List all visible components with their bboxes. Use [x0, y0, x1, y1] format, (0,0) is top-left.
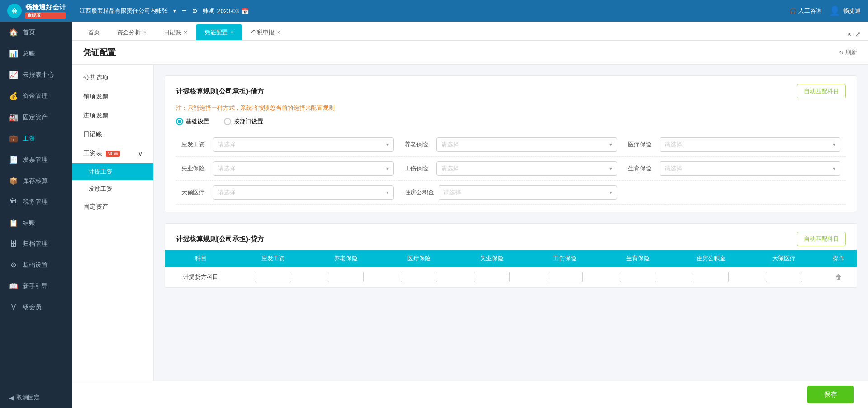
pension-select[interactable]: 请选择 ▾ — [436, 137, 617, 152]
sidebar-label-inventory: 库存核算 — [23, 177, 48, 185]
col-injury: 工伤保险 — [528, 250, 601, 267]
support-label: 人工咨询 — [798, 7, 822, 15]
fields-grid: 应发工资 请选择 ▾ 养老保险 请选择 — [176, 133, 846, 205]
tab-voucher-config[interactable]: 凭证配置 × — [196, 24, 242, 40]
support-button[interactable]: 🎧 人工咨询 — [789, 7, 822, 15]
tab-fund-close[interactable]: × — [143, 29, 146, 36]
col-unemployment: 失业保险 — [455, 250, 528, 267]
leftnav-salary-table[interactable]: 工资表 NEW ∨ — [72, 144, 153, 163]
credit-section-header: 计提核算规则(公司承担)-贷方 自动匹配科目 — [165, 224, 857, 250]
major-medical-select[interactable]: 请选择 ▾ — [213, 185, 394, 200]
injury-arrow-icon: ▾ — [609, 165, 612, 172]
top-bar-middle: 江西服宝精品有限责任公司内账张 ▾ + ⚙ 账期 2023-03 📅 — [80, 6, 789, 16]
app-logo: 会 畅捷通好会计 旗舰版 — [7, 3, 80, 19]
row-maternity-input[interactable] — [620, 272, 656, 282]
row-injury-input[interactable] — [547, 272, 583, 282]
user-info[interactable]: 👤 畅捷通 — [829, 5, 861, 16]
col-subject: 科目 — [165, 250, 236, 267]
sidebar-label-invoice: 发票管理 — [23, 156, 48, 164]
radio-dept-label: 按部门设置 — [234, 117, 263, 126]
leftnav-purchase-invoice[interactable]: 进项发票 — [72, 106, 153, 125]
tab-journal-close[interactable]: × — [184, 29, 187, 36]
sidebar-label-tax: 税务管理 — [23, 198, 48, 206]
tab-fund-analysis[interactable]: 资金分析 × — [108, 24, 155, 40]
sidebar-item-invoice[interactable]: 🧾 发票管理 — [0, 149, 72, 170]
credit-auto-match-button[interactable]: 自动匹配科目 — [797, 232, 846, 246]
col-medical: 医疗保险 — [382, 250, 455, 267]
row-unemployment-input[interactable] — [474, 272, 510, 282]
debit-section: 计提核算规则(公司承担)-借方 自动匹配科目 注：只能选择一种方式，系统将按照您… — [165, 75, 857, 212]
radio-department[interactable]: 按部门设置 — [224, 117, 263, 126]
sidebar-label-assets: 固定资产 — [23, 113, 48, 122]
unemployment-select[interactable]: 请选择 ▾ — [213, 161, 394, 176]
leftnav-journal[interactable]: 日记账 — [72, 125, 153, 144]
top-bar-actions: 🎧 人工咨询 👤 畅捷通 — [789, 5, 861, 16]
housing-fund-select[interactable]: 请选择 ▾ — [439, 185, 617, 200]
sidebar-item-fund[interactable]: 💰 资金管理 — [0, 85, 72, 107]
sidebar-item-tax[interactable]: 🏛 税务管理 — [0, 192, 72, 212]
cancel-pin-label: 取消固定 — [16, 394, 40, 402]
calendar-icon[interactable]: 📅 — [241, 8, 249, 14]
major-medical-arrow-icon: ▾ — [386, 189, 389, 196]
injury-select[interactable]: 请选择 ▾ — [436, 161, 617, 176]
sidebar-item-inventory[interactable]: 📦 库存核算 — [0, 170, 72, 192]
expand-window-icon[interactable]: ⤢ — [855, 30, 861, 38]
row-injury-input-cell — [528, 267, 601, 287]
add-icon[interactable]: + — [182, 6, 187, 16]
row-salary-input[interactable] — [255, 272, 291, 282]
sidebar-item-settings[interactable]: ⚙ 基础设置 — [0, 254, 72, 276]
new-badge: NEW — [106, 151, 120, 157]
sidebar-item-guide[interactable]: 📖 新手引导 — [0, 276, 72, 297]
guide-icon: 📖 — [9, 282, 18, 291]
sidebar-item-salary[interactable]: 💼 工资 — [0, 128, 72, 149]
salary-select[interactable]: 请选择 ▾ — [213, 137, 394, 152]
top-bar: 会 畅捷通好会计 旗舰版 江西服宝精品有限责任公司内账张 ▾ + ⚙ 账期 20… — [0, 0, 868, 22]
sidebar-item-archive[interactable]: 🗄 归档管理 — [0, 234, 72, 254]
sidebar-item-ledger[interactable]: 📊 总账 — [0, 43, 72, 64]
row-pension-input[interactable] — [328, 272, 364, 282]
save-button[interactable]: 保存 — [807, 386, 854, 403]
salary-arrow-icon: ▾ — [386, 141, 389, 148]
sidebar-item-checkout[interactable]: 📋 结账 — [0, 212, 72, 234]
tab-tax-close[interactable]: × — [277, 29, 280, 36]
sidebar-item-assets[interactable]: 🏭 固定资产 — [0, 107, 72, 128]
leftnav-payroll[interactable]: 发放工资 — [72, 180, 153, 197]
leftnav-fixed-assets[interactable]: 固定资产 — [72, 197, 153, 216]
radio-basic[interactable]: 基础设置 — [176, 117, 209, 126]
chevron-down-icon: ∨ — [138, 150, 142, 157]
medical-select[interactable]: 请选择 ▾ — [660, 137, 840, 152]
debit-notice: 注：只能选择一种方式，系统将按照您当前的选择来配置规则 — [165, 102, 857, 117]
cancel-pin-button[interactable]: ◀ 取消固定 — [0, 387, 72, 408]
row-housing-input[interactable] — [693, 272, 729, 282]
tab-journal[interactable]: 日记账 × — [155, 24, 196, 40]
refresh-button[interactable]: ↻ 刷新 — [839, 48, 857, 56]
dropdown-icon[interactable]: ▾ — [173, 8, 176, 14]
close-window-icon[interactable]: × — [847, 30, 851, 38]
settings-icon[interactable]: ⚙ — [192, 8, 198, 14]
sidebar-item-reports[interactable]: 📈 云报表中心 — [0, 64, 72, 85]
debit-auto-match-button[interactable]: 自动匹配科目 — [797, 84, 846, 98]
delete-row-icon[interactable]: 🗑 — [835, 273, 842, 281]
row-label: 计提贷方科目 — [165, 267, 236, 287]
leftnav-sales-invoice[interactable]: 销项发票 — [72, 87, 153, 106]
tab-voucher-close[interactable]: × — [231, 29, 234, 36]
field-empty — [623, 181, 846, 205]
row-major-medical-input[interactable] — [766, 272, 802, 282]
row-housing-input-cell — [675, 267, 747, 287]
sidebar-item-vip[interactable]: V 畅会员 — [0, 297, 72, 318]
user-avatar-icon: 👤 — [829, 5, 840, 16]
sidebar-label-settings: 基础设置 — [23, 261, 48, 269]
sidebar-item-home[interactable]: 🏠 首页 — [0, 22, 72, 43]
sidebar: 🏠 首页 📊 总账 📈 云报表中心 💰 资金管理 🏭 固定资产 💼 工资 🧾 发… — [0, 22, 72, 408]
leftnav-public[interactable]: 公共选项 — [72, 68, 153, 87]
maternity-select[interactable]: 请选择 ▾ — [660, 161, 840, 176]
row-medical-input[interactable] — [401, 272, 437, 282]
leftnav-accrual[interactable]: 计提工资 — [72, 163, 153, 180]
table-row: 计提贷方科目 — [165, 267, 857, 287]
housing-fund-label: 住房公积金 — [405, 188, 434, 197]
medical-placeholder: 请选择 — [665, 141, 682, 149]
app-name: 畅捷通好会计 — [25, 3, 66, 11]
tab-tax-filing[interactable]: 个税申报 × — [242, 24, 289, 40]
tab-home[interactable]: 首页 — [80, 24, 108, 40]
tab-voucher-label: 凭证配置 — [204, 28, 228, 37]
